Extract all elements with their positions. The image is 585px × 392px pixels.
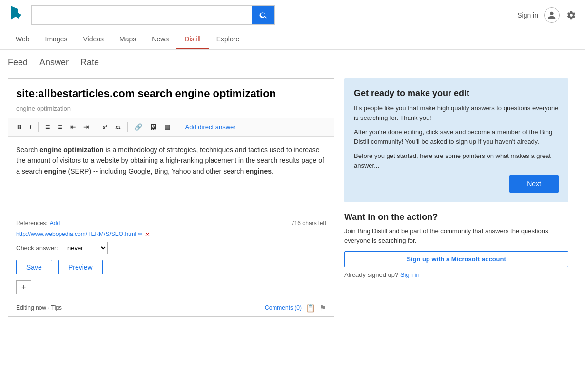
references-add[interactable]: Add: [50, 220, 60, 227]
check-answer-label: Check answer:: [16, 244, 58, 252]
gear-icon[interactable]: [566, 9, 577, 21]
preview-button[interactable]: Preview: [58, 260, 103, 274]
toolbar-bold[interactable]: B: [14, 122, 24, 132]
search-input[interactable]: [32, 6, 252, 24]
info-box: Get ready to make your edit It's people …: [344, 78, 568, 202]
nav-item-explore[interactable]: Explore: [209, 30, 247, 49]
sign-in-small: Already signed up? Sign in: [344, 271, 568, 278]
main-content: site:allbestarticles.com search engine o…: [0, 71, 585, 325]
toolbar-italic[interactable]: I: [26, 122, 34, 132]
action-section: Want in on the action? Join Bing Distill…: [344, 210, 568, 280]
toolbar-indent[interactable]: ⇥: [80, 122, 92, 132]
sub-nav-item-feed[interactable]: Feed: [8, 55, 34, 71]
info-box-title: Get ready to make your edit: [354, 88, 559, 98]
references-label: References:: [16, 220, 48, 227]
toolbar-ul[interactable]: ≡: [42, 121, 53, 133]
toolbar-link[interactable]: 🔗: [132, 122, 145, 132]
delete-ref-icon[interactable]: ✕: [145, 231, 150, 238]
flag-icon[interactable]: ⚑: [319, 303, 326, 313]
nav-item-maps[interactable]: Maps: [112, 30, 144, 49]
editor-status-bar: Editing now · Tips Comments (0) 📋 ⚑: [8, 299, 334, 316]
reference-url-line: http://www.webopedia.com/TERM/S/SEO.html…: [16, 231, 326, 238]
toolbar-separator-4: [177, 122, 177, 132]
editor-body[interactable]: Search engine optimization is a methodol…: [8, 137, 334, 215]
editor-footer: References: Add 716 chars left http://ww…: [8, 215, 334, 299]
bing-logo: [8, 4, 25, 26]
search-bar: [31, 5, 275, 25]
already-signed-label: Already signed up?: [344, 271, 398, 278]
settings-gear-icon: [566, 10, 576, 20]
ms-signup-button[interactable]: Sign up with a Microsoft account: [344, 251, 568, 267]
info-box-para1: It's people like you that make high qual…: [354, 103, 559, 122]
share-icon[interactable]: 📋: [306, 303, 315, 313]
right-panel: Get ready to make your edit It's people …: [344, 78, 568, 317]
sign-in-link[interactable]: Sign in: [517, 11, 538, 19]
editor-panel: site:allbestarticles.com search engine o…: [8, 78, 334, 317]
nav-item-images[interactable]: Images: [38, 30, 76, 49]
add-block-button[interactable]: +: [16, 280, 31, 294]
action-section-text: Join Bing Distill and be part of the com…: [344, 226, 568, 245]
info-box-para3: Before you get started, here are some po…: [354, 151, 559, 170]
editor-subtitle: engine optimization: [8, 103, 334, 118]
user-icon[interactable]: [544, 7, 560, 23]
add-direct-answer[interactable]: Add direct answer: [185, 123, 236, 131]
toolbar-subscript[interactable]: x₂: [112, 122, 123, 132]
nav-bar: Web Images Videos Maps News Distill Expl…: [0, 30, 585, 50]
info-box-para2: After you're done editing, click save an…: [354, 127, 559, 146]
header-right: Sign in: [517, 7, 577, 23]
sub-nav-item-answer[interactable]: Answer: [34, 55, 75, 71]
toolbar-outdent[interactable]: ⇤: [67, 122, 78, 132]
toolbar-image[interactable]: 🖼: [147, 122, 159, 132]
nav-item-videos[interactable]: Videos: [75, 30, 112, 49]
comments-link[interactable]: Comments (0): [265, 304, 302, 311]
reference-url[interactable]: http://www.webopedia.com/TERM/S/SEO.html: [16, 231, 136, 237]
toolbar-separator-3: [127, 122, 128, 132]
toolbar-ol[interactable]: ≡: [55, 121, 65, 133]
toolbar-separator-2: [96, 122, 96, 132]
toolbar-table[interactable]: ▦: [161, 122, 173, 132]
toolbar-superscript[interactable]: x²: [100, 123, 111, 132]
editor-toolbar: B I ≡ ≡ ⇤ ⇥ x² x₂ 🔗 🖼 ▦ Add direct answe…: [8, 118, 334, 137]
nav-item-web[interactable]: Web: [8, 30, 38, 49]
status-right: Comments (0) 📋 ⚑: [265, 303, 326, 313]
editor-title: site:allbestarticles.com search engine o…: [8, 79, 334, 103]
search-button[interactable]: [252, 6, 274, 24]
toolbar-separator-1: [38, 122, 39, 132]
save-button[interactable]: Save: [16, 260, 52, 274]
sign-in-small-link[interactable]: Sign in: [400, 271, 420, 278]
editor-text: Search engine optimization is a methodol…: [16, 146, 324, 176]
references-line: References: Add 716 chars left: [16, 220, 326, 227]
check-answer-row: Check answer: never daily weekly monthly: [16, 242, 326, 254]
next-button[interactable]: Next: [509, 175, 559, 193]
action-section-title: Want in on the action?: [344, 212, 568, 222]
refs-chars: 716 chars left: [291, 220, 326, 227]
check-answer-select[interactable]: never daily weekly monthly: [62, 242, 108, 254]
nav-item-news[interactable]: News: [144, 30, 176, 49]
nav-item-distill[interactable]: Distill: [176, 30, 208, 49]
header: Sign in: [0, 0, 585, 30]
user-avatar-icon: [547, 11, 556, 20]
edit-ref-icon[interactable]: ✏: [138, 231, 143, 237]
sub-nav: Feed Answer Rate: [0, 50, 585, 71]
sub-nav-item-rate[interactable]: Rate: [75, 55, 105, 71]
editing-status: Editing now · Tips: [16, 304, 62, 311]
action-buttons: Save Preview: [16, 260, 326, 274]
search-icon: [259, 11, 268, 20]
